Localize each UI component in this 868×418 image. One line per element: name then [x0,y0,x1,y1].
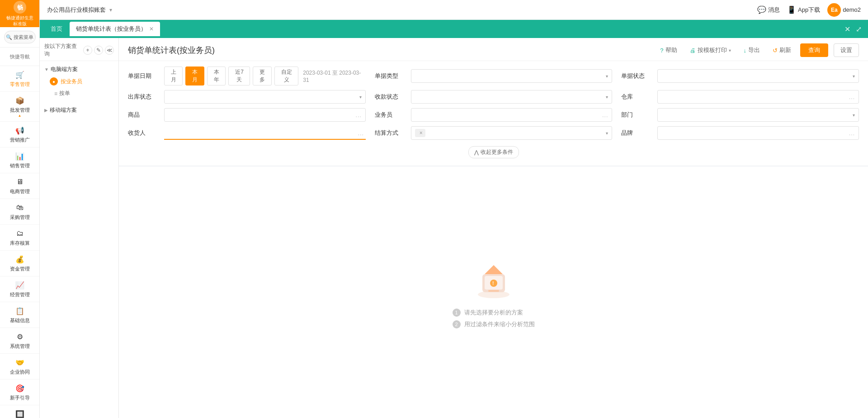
sidebar-item-marketing[interactable]: 📢 营销推广 [0,122,39,147]
query-button[interactable]: 查询 [800,43,828,57]
sidebar-item-enterprise[interactable]: 🤝 企业协同 [0,354,39,380]
sidebar-item-appcenter[interactable]: 🔲 应用中心 [0,405,39,418]
help-button[interactable]: ? 帮助 [656,44,680,56]
message-button[interactable]: 💬 消息 [757,5,780,14]
consignee-input[interactable] [164,126,366,140]
sidebar-item-retail[interactable]: 🛒 零售管理 [0,66,39,92]
filter-department-select[interactable]: ▾ [657,108,859,122]
sidebar-item-finance[interactable]: 💰 资金管理 [0,251,39,276]
search-menu-button[interactable]: 🔍 搜索菜单 [4,31,36,43]
scheme-add-button[interactable]: + [83,46,92,55]
sidebar-item-wholesale[interactable]: 📦 批发管理 ▲ [0,92,39,122]
filter-row-3: 商品 … 业务员 … [128,108,859,122]
sidebar-item-newuser[interactable]: 🎯 新手引导 [0,380,39,405]
brand-input[interactable]: … [657,126,859,140]
topbar-left: 办公用品行业模拟账套 ▾ [47,6,112,14]
filter-department-control: ▾ [657,108,859,122]
tab-minimize-button[interactable]: ✕ [844,24,851,34]
scheme-edit-button[interactable]: ✎ [94,46,103,55]
user-name: demo2 [843,6,861,13]
svg-marker-5 [485,265,503,274]
refresh-button[interactable]: ↺ 刷新 [769,44,795,56]
scheme-item-by-salesperson[interactable]: ● 按业务员 [40,75,118,88]
date-last-month[interactable]: 上月 [164,66,183,86]
refresh-label: 刷新 [779,46,791,54]
collapse-button[interactable]: ⋀ 收起更多条件 [468,146,519,158]
filter-department-cell: 部门 ▾ [621,108,859,122]
date-this-year[interactable]: 本年 [207,66,226,86]
settings-button[interactable]: 设置 [834,43,859,57]
payment-arrow: ▾ [606,131,608,136]
scheme-collapse-button[interactable]: ≪ [105,46,114,55]
filter-brand-cell: 品牌 … [621,126,859,140]
tip-text-1: 请先选择要分析的方案 [464,309,523,317]
mobile-group-label: 移动端方案 [50,106,77,114]
filter-outstatus-select[interactable]: ▾ [164,90,366,104]
app-download-label: App下载 [798,6,820,14]
date-this-month[interactable]: 本月 [185,66,204,86]
filter-outstatus-label: 出库状态 [128,93,164,101]
user-profile[interactable]: Ea demo2 [827,3,861,17]
system-label: 系统管理 [10,343,30,350]
salesperson-input[interactable]: … [411,108,613,122]
tab-home[interactable]: 首页 [45,25,68,33]
business-label: 经营管理 [10,291,30,298]
quick-nav-button[interactable]: 快捷导航 [4,50,36,63]
filter-doctype-select[interactable]: ▾ [411,69,613,83]
scheme-group-desktop-header[interactable]: ▼ 电脑端方案 [40,64,118,75]
date-last-7-days[interactable]: 近7天 [228,66,250,86]
print-label: 按模板打印 [698,46,727,54]
newuser-icon: 🎯 [15,383,25,393]
sidebar-item-purchase[interactable]: 🛍 采购管理 [0,199,39,225]
filter-docstatus-select[interactable]: ▾ [657,69,859,83]
sidebar-item-business[interactable]: 📈 经营管理 [0,276,39,302]
date-more[interactable]: 更多 [253,66,271,86]
doctype-select-arrow: ▾ [606,74,608,79]
filter-payment-select[interactable]: × ▾ [411,126,613,140]
export-button[interactable]: ↓ 导出 [740,44,764,56]
app-download-button[interactable]: 📱 App下载 [787,5,820,14]
right-panel: 销货单统计表(按业务员) ? 帮助 🖨 按模板打印 ▾ ↓ 导出 [119,38,868,418]
consignee-more-icon[interactable]: … [358,129,364,137]
filter-area: 单据日期 上月 本月 本年 近7天 更多 自定义 2023-03-01 至 20… [119,61,868,166]
salesperson-scheme-icon: ● [50,77,58,86]
filter-warehouse-cell: 仓库 … [621,90,859,104]
product-more-icon[interactable]: … [355,111,362,119]
app-edition: 标准版 [13,21,27,27]
filter-warehouse-control: … [657,90,859,104]
filter-doctype-control: ▾ [411,69,613,83]
product-input[interactable]: … [164,108,366,122]
scheme-group-mobile-header[interactable]: ▶ 移动端方案 [40,104,118,116]
sidebar-item-system[interactable]: ⚙ 系统管理 [0,328,39,354]
date-custom[interactable]: 自定义 [274,66,298,86]
sidebar-item-ecommerce[interactable]: 🖥 电商管理 [0,173,39,199]
purchase-icon: 🛍 [15,203,25,213]
topbar-app-title: 办公用品行业模拟账套 [47,6,106,14]
warehouse-more-icon[interactable]: … [849,93,855,100]
brand-more-icon[interactable]: … [849,129,855,137]
filter-row-1: 单据日期 上月 本月 本年 近7天 更多 自定义 2023-03-01 至 20… [128,66,859,86]
outstatus-arrow: ▾ [359,95,362,100]
export-icon: ↓ [744,47,747,54]
tab-active[interactable]: 销货单统计表（按业务员） ✕ [70,22,160,36]
app-logo[interactable]: 畅 畅捷通好生意 标准版 [0,0,40,27]
print-icon: 🖨 [690,47,696,54]
tab-expand-button[interactable]: ⤢ [855,24,863,34]
sidebar-item-sales[interactable]: 📊 销售管理 [0,147,39,173]
salesperson-more-icon[interactable]: … [602,111,608,119]
filter-docstatus-cell: 单据状态 ▾ [621,66,859,86]
date-range-text: 2023-03-01 至 2023-03-31 [303,69,365,83]
payment-tag-remove[interactable]: × [420,130,423,136]
appcenter-icon: 🔲 [15,409,25,418]
refresh-icon: ↺ [773,47,778,54]
wholesale-label: 批发管理 [10,107,30,114]
print-button[interactable]: 🖨 按模板打印 ▾ [686,44,735,56]
topbar-dropdown-icon[interactable]: ▾ [109,7,112,13]
filter-receiptstatus-select[interactable]: ▾ [411,90,613,104]
warehouse-input[interactable]: … [657,90,859,104]
scheme-subitem-by-order[interactable]: ≡ 按单 [40,88,118,99]
filter-department-label: 部门 [621,111,657,119]
sidebar-item-basic[interactable]: 📋 基础信息 [0,302,39,328]
sidebar-item-inventory[interactable]: 🗂 库存核算 [0,225,39,251]
tab-close-icon[interactable]: ✕ [149,26,154,32]
